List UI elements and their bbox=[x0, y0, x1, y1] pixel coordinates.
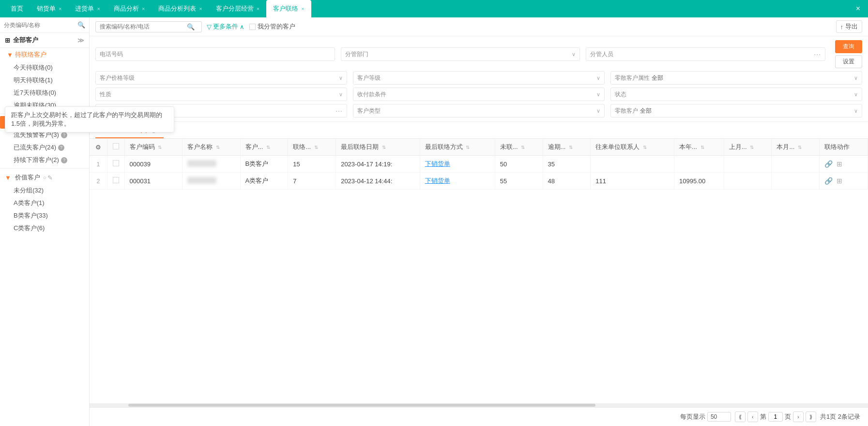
nav-sales[interactable]: 销货单 × bbox=[30, 0, 68, 17]
my-customers-checkbox-area[interactable]: 我分管的客户 bbox=[249, 22, 295, 31]
prev-page-btn[interactable]: ‹ bbox=[747, 411, 758, 422]
horizontal-scrollbar[interactable] bbox=[90, 403, 868, 407]
nav-customer-contact[interactable]: 客户联络 × bbox=[266, 0, 311, 17]
lost-help-icon[interactable]: ? bbox=[58, 145, 64, 151]
main-search-input[interactable] bbox=[100, 23, 187, 30]
sort-un-contact-icon: ⇅ bbox=[521, 145, 525, 150]
filter-retail-customer[interactable]: 零散客户 全部 ∨ bbox=[610, 104, 862, 118]
col-this-year[interactable]: 本年... ⇅ bbox=[674, 139, 724, 156]
nav-purchase[interactable]: 进货单 × bbox=[68, 0, 107, 17]
close-customer-segment-tab[interactable]: × bbox=[257, 6, 259, 12]
select-all-checkbox[interactable] bbox=[113, 143, 119, 149]
col-checkbox bbox=[107, 139, 124, 156]
edit-group-icon[interactable]: ○ bbox=[43, 175, 46, 180]
row-2-grid-icon[interactable]: ⊞ bbox=[837, 177, 842, 185]
filter-icon: ▽ bbox=[207, 23, 212, 30]
close-product-analysis-tab[interactable]: × bbox=[142, 6, 145, 12]
filter-payment[interactable]: 收付款条件 ∨ bbox=[353, 88, 605, 101]
row-1-name bbox=[183, 156, 241, 173]
sidebar-item-c-class[interactable]: C类客户(6) bbox=[0, 222, 89, 235]
row-2-this-year: 10995.00 bbox=[674, 173, 724, 190]
col-overdue[interactable]: 逾期... ⇅ bbox=[543, 139, 591, 156]
col-contact-person[interactable]: 往来单位联系人 ⇅ bbox=[591, 139, 674, 156]
filter-status[interactable]: 状态 ∨ bbox=[610, 88, 862, 101]
col-code[interactable]: 客户编码 ⇅ bbox=[124, 139, 183, 156]
sidebar-all-customers[interactable]: ⊞ 全部客户 ≫ bbox=[0, 33, 89, 48]
col-un-contact[interactable]: 未联... ⇅ bbox=[495, 139, 543, 156]
per-page-select[interactable]: 50 100 200 bbox=[707, 412, 731, 422]
col-name[interactable]: 客户名称 ⇅ bbox=[183, 139, 241, 156]
close-customer-contact-tab[interactable]: × bbox=[301, 6, 304, 12]
row-1-name-blurred bbox=[187, 160, 216, 167]
filter-manager[interactable]: 分管人员 ··· bbox=[586, 47, 825, 61]
sidebar-item-7days[interactable]: 近7天待联络(0) bbox=[0, 87, 89, 99]
declining-help-icon[interactable]: ? bbox=[61, 157, 67, 163]
row-2-actions: 🔗 ⊞ bbox=[820, 173, 868, 190]
col-type[interactable]: 客户... ⇅ bbox=[240, 139, 288, 156]
settings-button[interactable]: 设置 bbox=[835, 55, 862, 68]
close-sales-tab[interactable]: × bbox=[59, 6, 61, 12]
row-2-last-method[interactable]: 下销货单 bbox=[420, 173, 495, 190]
filter-customer-type[interactable]: 客户类型 ∨ bbox=[353, 104, 605, 118]
filter-retail-attr[interactable]: 零散客户属性 全部 ∨ bbox=[610, 71, 862, 85]
row-1-actions: 🔗 ⊞ bbox=[820, 156, 868, 173]
scrollbar-thumb[interactable] bbox=[128, 404, 595, 407]
sidebar-customer-group-value[interactable]: ▼ 价值客户 ○ ✎ bbox=[0, 171, 89, 184]
sidebar-search-input[interactable] bbox=[4, 22, 77, 29]
row-1-link-icon[interactable]: 🔗 bbox=[824, 160, 833, 168]
sidebar-item-ungroup[interactable]: 未分组(32) bbox=[0, 184, 89, 197]
sidebar: 🔍 ⊞ 全部客户 ≫ ▼ 待联络客户 今天待联络(0) 明天待联络(1) 近7天… bbox=[0, 17, 90, 426]
sidebar-item-a-class[interactable]: A类客户(1) bbox=[0, 197, 89, 209]
my-customers-checkbox[interactable] bbox=[249, 24, 256, 30]
filter-toolbar: 🔍 ▽ 更多条件 ∧ 我分管的客户 ↑ 导出 bbox=[90, 17, 868, 36]
row-1-last-date: 2023-04-17 14:19: bbox=[336, 156, 420, 173]
settings-icon[interactable]: ⚙ bbox=[95, 144, 101, 151]
next-page-btn[interactable]: › bbox=[793, 411, 804, 422]
col-last-method[interactable]: 最后联络方式 ⇅ bbox=[420, 139, 495, 156]
col-settings[interactable]: ⚙ bbox=[90, 139, 107, 156]
main-search-icon[interactable]: 🔍 bbox=[187, 23, 195, 30]
nav-home[interactable]: 首页 bbox=[4, 0, 30, 17]
col-last-date[interactable]: 最后联络日期 ⇅ bbox=[336, 139, 420, 156]
row-1-last-method[interactable]: 下销货单 bbox=[420, 156, 495, 173]
sidebar-item-b-class[interactable]: B类客户(33) bbox=[0, 209, 89, 222]
query-button[interactable]: 查询 bbox=[835, 40, 862, 53]
row-1-overdue: 35 bbox=[543, 156, 591, 173]
nav-product-analysis[interactable]: 商品分析 × bbox=[107, 0, 152, 17]
filter-customer-level[interactable]: 客户等级 ∨ bbox=[353, 71, 605, 85]
export-icon: ↑ bbox=[840, 23, 844, 30]
nav-product-analysis-list[interactable]: 商品分析列表 × bbox=[152, 0, 209, 17]
first-page-btn[interactable]: ⟪ bbox=[735, 411, 746, 422]
sidebar-search-icon[interactable]: 🔍 bbox=[77, 21, 85, 29]
sort-last-method-icon: ⇅ bbox=[466, 145, 470, 150]
nav-customer-segment[interactable]: 客户分层经营 × bbox=[209, 0, 266, 17]
sidebar-collapse-btn[interactable]: ≫ bbox=[77, 37, 84, 44]
row-1-grid-icon[interactable]: ⊞ bbox=[837, 160, 842, 168]
global-close-button[interactable]: × bbox=[852, 4, 864, 13]
loss-warning-help-icon[interactable]: ? bbox=[61, 132, 67, 138]
sidebar-group-pending[interactable]: ▼ 待联络客户 bbox=[0, 48, 89, 61]
row-2-link-icon[interactable]: 🔗 bbox=[824, 177, 833, 185]
col-contact-count[interactable]: 联络... ⇅ bbox=[288, 139, 336, 156]
close-product-analysis-list-tab[interactable]: × bbox=[199, 6, 202, 12]
col-this-month[interactable]: 本月... ⇅ bbox=[772, 139, 820, 156]
row-2-name bbox=[183, 173, 241, 190]
sidebar-item-declining[interactable]: 持续下滑客户(2) ? bbox=[0, 154, 89, 166]
row-1-checkbox[interactable] bbox=[107, 156, 124, 173]
filter-price-level[interactable]: 客户价格等级 ∨ bbox=[95, 71, 347, 85]
export-button[interactable]: ↑ 导出 bbox=[836, 20, 863, 33]
close-purchase-tab[interactable]: × bbox=[97, 6, 100, 12]
sidebar-item-tomorrow[interactable]: 明天待联络(1) bbox=[0, 74, 89, 87]
sidebar-item-lost-customers[interactable]: 已流失客户(24) ? bbox=[0, 141, 89, 154]
col-last-month[interactable]: 上月... ⇅ bbox=[724, 139, 772, 156]
page-number-input[interactable] bbox=[768, 412, 783, 422]
filter-nature[interactable]: 性质 ∨ bbox=[95, 88, 347, 101]
row-2-checkbox[interactable] bbox=[107, 173, 124, 190]
edit-pencil-icon[interactable]: ✎ bbox=[47, 174, 53, 181]
filter-phone[interactable]: 电话号码 bbox=[95, 47, 335, 61]
filter-dept[interactable]: 分管部门 ∨ bbox=[341, 47, 580, 61]
more-conditions-btn[interactable]: ▽ 更多条件 ∧ bbox=[207, 22, 244, 31]
last-page-btn[interactable]: ⟫ bbox=[806, 411, 816, 422]
extra-dots-icon: ··· bbox=[335, 107, 343, 115]
sidebar-item-today[interactable]: 今天待联络(0) bbox=[0, 61, 89, 74]
